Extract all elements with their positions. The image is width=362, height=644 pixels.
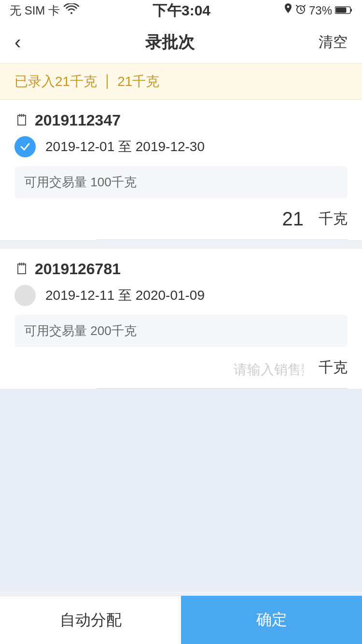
quantity-input-2[interactable] [234, 357, 311, 378]
batch-date-1: 2019-12-01 至 2019-12-30 [45, 138, 205, 156]
bottom-buttons: 自动分配 确定 [0, 596, 362, 644]
clear-button[interactable]: 清空 [319, 32, 348, 52]
back-button[interactable]: ‹ [14, 31, 21, 53]
batch-available-1: 可用交易量 100千克 [14, 166, 348, 198]
svg-rect-2 [350, 9, 352, 12]
section-divider-1 [0, 240, 362, 249]
batch-number-row-2: 🗒 2019126781 [14, 260, 348, 278]
status-bar-left: 无 SIM 卡 [10, 3, 79, 18]
location-icon [284, 3, 292, 18]
batch-date-row-2[interactable]: 2019-12-11 至 2020-01-09 [14, 285, 348, 306]
wifi-icon [64, 3, 79, 18]
battery-icon [335, 4, 352, 17]
batch-checkbox-1[interactable] [14, 136, 36, 157]
batch-doc-icon-1: 🗒 [14, 112, 30, 129]
confirm-button[interactable]: 确定 [181, 596, 362, 644]
bottom-spacer [0, 389, 362, 591]
battery-label: 73% [309, 4, 332, 17]
batch-number-row-1: 🗒 2019112347 [14, 112, 348, 129]
nav-bar: ‹ 录批次 清空 [0, 21, 362, 64]
status-bar: 无 SIM 卡 下午3:04 73% [0, 0, 362, 21]
quantity-row-2: 千克 [0, 347, 362, 378]
total-amount: 21千克 [117, 72, 159, 91]
info-banner: 已录入21千克 21千克 [0, 64, 362, 100]
recorded-amount: 已录入21千克 [14, 72, 97, 91]
batch-date-2: 2019-12-11 至 2020-01-09 [45, 286, 205, 305]
alarm-icon [295, 3, 306, 18]
quantity-unit-1: 千克 [319, 209, 348, 229]
status-bar-time: 下午3:04 [153, 1, 210, 21]
quantity-unit-2: 千克 [319, 358, 348, 378]
quantity-underline-2 [97, 378, 348, 389]
batch-available-2: 可用交易量 200千克 [14, 315, 348, 347]
auto-distribute-button[interactable]: 自动分配 [0, 596, 181, 644]
banner-divider [107, 74, 108, 89]
batch-card-2: 🗒 2019126781 2019-12-11 至 2020-01-09 可用交… [0, 249, 362, 389]
batch-date-row-1[interactable]: 2019-12-01 至 2019-12-30 [14, 136, 348, 157]
batch-checkbox-2[interactable] [14, 285, 36, 306]
batch-card-1: 🗒 2019112347 2019-12-01 至 2019-12-30 可用交… [0, 100, 362, 240]
batch-id-1: 2019112347 [35, 112, 121, 129]
quantity-row-1: 千克 [0, 198, 362, 230]
page-title: 录批次 [145, 31, 195, 54]
status-bar-right: 73% [284, 3, 352, 18]
quantity-underline-1 [97, 230, 348, 240]
svg-rect-3 [335, 8, 346, 13]
quantity-input-1[interactable] [234, 208, 311, 230]
no-sim-label: 无 SIM 卡 [10, 3, 60, 18]
batch-id-2: 2019126781 [35, 260, 121, 278]
batch-doc-icon-2: 🗒 [14, 260, 30, 278]
